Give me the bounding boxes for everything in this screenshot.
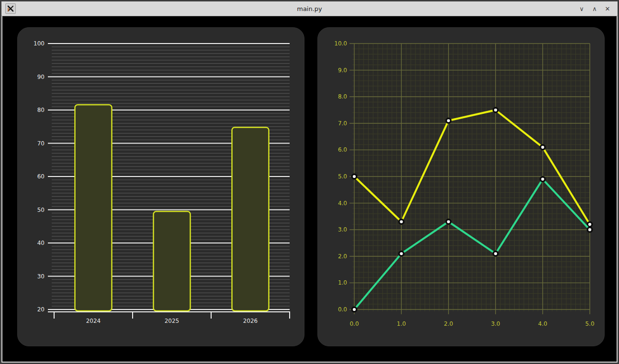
y-tick-label: 6.0 xyxy=(338,146,347,153)
series-green-marker xyxy=(352,307,357,312)
x-tick-label: 4.0 xyxy=(538,320,547,327)
y-tick-label: 1.0 xyxy=(338,279,347,286)
series-yellow-marker xyxy=(352,174,357,179)
x-tick-label: 2024 xyxy=(86,318,101,324)
series-green-marker xyxy=(587,227,592,232)
y-tick-label: 30 xyxy=(37,273,45,280)
y-tick-label: 3.0 xyxy=(338,226,347,233)
series-yellow-marker xyxy=(587,222,592,227)
y-tick-label: 2.0 xyxy=(338,253,347,260)
x-tick-label: 2.0 xyxy=(444,320,453,327)
close-button[interactable]: ✕ xyxy=(603,4,612,13)
y-tick-label: 20 xyxy=(37,306,45,313)
x-tick-label: 5.0 xyxy=(585,320,594,327)
bar-2025 xyxy=(154,211,191,311)
y-tick-label: 70 xyxy=(37,140,45,147)
bar-series xyxy=(75,105,269,311)
titlebar: main.py ∨ ∧ ✕ xyxy=(1,1,618,16)
x-tick-label: 2025 xyxy=(165,318,180,324)
y-tick-label: 5.0 xyxy=(338,173,347,180)
line-chart-card: 0.01.02.03.04.05.00.01.02.03.04.05.06.07… xyxy=(317,27,605,346)
line-chart: 0.01.02.03.04.05.00.01.02.03.04.05.06.07… xyxy=(318,28,605,347)
y-tick-label: 50 xyxy=(37,207,45,213)
y-tick-label: 8.0 xyxy=(338,93,347,100)
maximize-button[interactable]: ∧ xyxy=(590,4,599,13)
bar-chart: 2030405060708090100202420252026 xyxy=(18,28,305,347)
series-green-marker xyxy=(446,220,451,224)
screen: main.py ∨ ∧ ✕ 20304050607080901002024202… xyxy=(0,0,619,364)
series-yellow-marker xyxy=(399,220,404,224)
y-tick-label: 60 xyxy=(37,173,45,180)
minimize-button[interactable]: ∨ xyxy=(577,4,586,13)
y-tick-label: 40 xyxy=(37,240,45,246)
y-tick-label: 10.0 xyxy=(334,40,347,47)
x-tick-label: 2026 xyxy=(243,318,258,324)
series-green-marker xyxy=(399,251,404,256)
app-content: 2030405060708090100202420252026 0.01.02.… xyxy=(1,16,618,363)
y-tick-label: 7.0 xyxy=(338,120,347,127)
x-tick-label: 0.0 xyxy=(349,320,359,327)
x-tick-label: 3.0 xyxy=(491,320,500,327)
y-tick-label: 80 xyxy=(37,107,45,113)
bar-2024 xyxy=(75,105,112,311)
y-tick-label: 0.0 xyxy=(338,306,347,313)
series-yellow-marker xyxy=(540,145,545,150)
series-green-marker xyxy=(540,177,545,182)
window-controls: ∨ ∧ ✕ xyxy=(577,4,618,13)
bar-2026 xyxy=(232,127,269,311)
window-title: main.py xyxy=(1,5,618,12)
series-yellow-marker xyxy=(446,118,451,123)
series-yellow-marker xyxy=(493,108,498,112)
bar-chart-card: 2030405060708090100202420252026 xyxy=(17,27,304,346)
y-tick-label: 4.0 xyxy=(338,200,347,207)
x-tick-label: 1.0 xyxy=(397,320,406,327)
y-tick-label: 9.0 xyxy=(338,67,347,74)
app-window: main.py ∨ ∧ ✕ 20304050607080901002024202… xyxy=(0,0,619,364)
y-tick-label: 100 xyxy=(34,40,45,47)
series-green-marker xyxy=(493,251,498,256)
y-tick-label: 90 xyxy=(37,74,45,80)
